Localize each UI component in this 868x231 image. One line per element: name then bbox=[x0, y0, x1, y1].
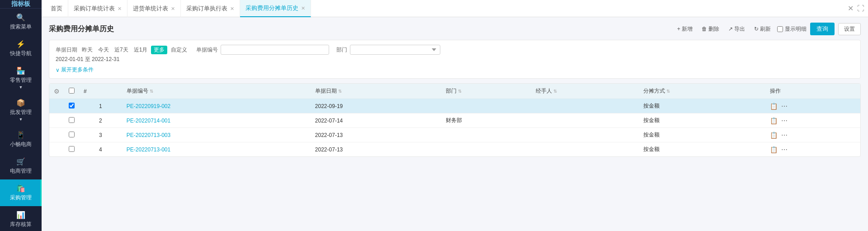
cell-date-2: 2022-07-13 bbox=[311, 128, 441, 142]
sort-dept-icon[interactable]: ⇅ bbox=[458, 89, 462, 94]
table-row: 3 PE-20220713-003 2022-07-13 按金额 📋 ⋯ bbox=[49, 128, 860, 142]
cell-check-0 bbox=[64, 99, 79, 113]
cell-dept-1: 财务部 bbox=[441, 113, 531, 128]
more-icon-1[interactable]: ⋯ bbox=[781, 117, 788, 124]
sidebar-item-wholesale[interactable]: 📦 批发管理 ▼ bbox=[0, 94, 42, 126]
doc-link-3[interactable]: PE-20220713-001 bbox=[127, 146, 170, 153]
sort-split-icon[interactable]: ⇅ bbox=[666, 89, 670, 94]
shortcut-yesterday[interactable]: 昨天 bbox=[80, 46, 94, 54]
cell-gear-0 bbox=[49, 99, 64, 113]
edit-icon-1[interactable]: 📋 bbox=[770, 117, 778, 124]
expand-conditions-button[interactable]: ∨ 展开更多条件 bbox=[56, 66, 854, 74]
tab-purchase-cost[interactable]: 采购费用分摊单历史✕ bbox=[240, 0, 311, 17]
sidebar-logo: 指标板 bbox=[0, 0, 42, 9]
toolbar: + 新增 🗑 删除 ↗ 导出 ↻ 刷新 显示明细 查询 设置 bbox=[675, 23, 861, 35]
doc-link-2[interactable]: PE-20220713-003 bbox=[127, 132, 170, 138]
sidebar-icon-quick: ⚡ bbox=[16, 40, 25, 48]
sort-doc-date-icon[interactable]: ⇅ bbox=[338, 89, 342, 94]
export-button[interactable]: ↗ 导出 bbox=[726, 24, 748, 34]
th-doc-no: 单据编号 ⇅ bbox=[122, 84, 311, 99]
more-icon-2[interactable]: ⋯ bbox=[781, 132, 788, 139]
main-content: 首页采购订单统计表✕进货单统计表✕采购订单执行表✕采购费用分摊单历史✕ ✕ ⛶ … bbox=[42, 0, 868, 231]
doc-number-input[interactable] bbox=[221, 45, 329, 55]
cell-action-3: 📋 ⋯ bbox=[765, 142, 860, 157]
cell-num-2: 3 bbox=[79, 128, 122, 142]
cell-dept-2 bbox=[441, 128, 531, 142]
show-details-checkbox[interactable]: 显示明细 bbox=[777, 25, 807, 33]
sidebar-item-ecommerce[interactable]: 🛒 电商管理 bbox=[0, 153, 42, 179]
edit-icon-0[interactable]: 📋 bbox=[770, 103, 778, 110]
data-table-container: ⚙ # 单据编号 ⇅ bbox=[49, 83, 861, 157]
cell-dept-3 bbox=[441, 142, 531, 157]
sidebar-label-inventory: 库存核算 bbox=[10, 221, 32, 228]
cell-split-3: 按金额 bbox=[639, 142, 766, 157]
row-checkbox-1[interactable] bbox=[69, 117, 75, 123]
sidebar-label-ecommerce: 电商管理 bbox=[10, 167, 32, 175]
tab-goods-stats[interactable]: 进货单统计表✕ bbox=[127, 0, 181, 17]
shortcut-custom[interactable]: 自定义 bbox=[169, 46, 189, 54]
column-settings-icon[interactable]: ⚙ bbox=[54, 88, 60, 95]
settings-button[interactable]: 设置 bbox=[838, 23, 861, 35]
shortcut-more[interactable]: 更多 bbox=[151, 46, 167, 54]
page-header: 采购费用分摊单历史 + 新增 🗑 删除 ↗ 导出 ↻ 刷新 显示明细 bbox=[49, 23, 861, 35]
table-header-row: ⚙ # 单据编号 ⇅ bbox=[49, 84, 860, 99]
cell-date-3: 2022-07-13 bbox=[311, 142, 441, 157]
select-all-checkbox[interactable] bbox=[69, 88, 75, 94]
cell-check-2 bbox=[64, 128, 79, 142]
sidebar-icon-ecommerce: 🛒 bbox=[16, 157, 25, 166]
tab-purchase-exec[interactable]: 采购订单执行表✕ bbox=[181, 0, 240, 17]
tab-purchase-order-stats[interactable]: 采购订单统计表✕ bbox=[68, 0, 127, 17]
query-button[interactable]: 查询 bbox=[810, 23, 835, 35]
tab-label-goods-stats: 进货单统计表 bbox=[133, 5, 168, 13]
row-checkbox-2[interactable] bbox=[69, 132, 75, 137]
sidebar-item-quick[interactable]: ⚡ 快捷导航 bbox=[0, 35, 42, 62]
date-range-display: 2022-01-01 至 2022-12-31 bbox=[56, 56, 854, 63]
tab-close-goods-stats[interactable]: ✕ bbox=[171, 6, 175, 12]
sort-handler-icon[interactable]: ⇅ bbox=[553, 89, 557, 94]
more-icon-0[interactable]: ⋯ bbox=[781, 103, 788, 110]
doc-number-label: 单据编号 bbox=[196, 46, 218, 54]
doc-link-0[interactable]: PE-20220919-002 bbox=[127, 103, 170, 109]
shortcut-today[interactable]: 今天 bbox=[96, 46, 111, 54]
row-checkbox-3[interactable] bbox=[69, 146, 75, 152]
edit-icon-3[interactable]: 📋 bbox=[770, 146, 778, 153]
cell-num-3: 4 bbox=[79, 142, 122, 157]
shortcut-7days[interactable]: 近7天 bbox=[113, 46, 130, 54]
sidebar-item-retail[interactable]: 🏪 零售管理 ▼ bbox=[0, 62, 42, 94]
tab-close-purchase-order-stats[interactable]: ✕ bbox=[118, 6, 122, 12]
refresh-button[interactable]: ↻ 刷新 bbox=[751, 24, 774, 34]
sidebar-item-search[interactable]: 🔍 搜索菜单 bbox=[0, 9, 42, 35]
delete-button[interactable]: 🗑 删除 bbox=[699, 24, 722, 34]
row-checkbox-0[interactable] bbox=[69, 103, 75, 108]
chevron-down-icon: ∨ bbox=[56, 67, 60, 73]
shortcut-1month[interactable]: 近1月 bbox=[132, 46, 150, 54]
dept-select[interactable] bbox=[350, 45, 440, 55]
tab-close-purchase-cost[interactable]: ✕ bbox=[301, 5, 305, 11]
edit-icon-2[interactable]: 📋 bbox=[770, 132, 778, 139]
export-icon: ↗ bbox=[728, 26, 733, 32]
cell-num-1: 2 bbox=[79, 113, 122, 128]
doc-link-1[interactable]: PE-20220714-001 bbox=[127, 118, 170, 124]
dept-label: 部门 bbox=[336, 46, 347, 54]
cell-handler-3 bbox=[531, 142, 639, 157]
cell-docno-1: PE-20220714-001 bbox=[122, 113, 311, 128]
show-details-input[interactable] bbox=[777, 26, 783, 32]
cell-action-1: 📋 ⋯ bbox=[765, 113, 860, 128]
th-dept: 部门 ⇅ bbox=[441, 84, 531, 99]
date-shortcuts: 昨天 今天 近7天 近1月 更多 自定义 bbox=[80, 46, 189, 54]
add-button[interactable]: + 新增 bbox=[675, 24, 695, 34]
tab-home[interactable]: 首页 bbox=[45, 0, 68, 17]
sort-doc-no-icon[interactable]: ⇅ bbox=[150, 89, 153, 94]
more-icon-3[interactable]: ⋯ bbox=[781, 146, 788, 153]
sidebar-item-mobile[interactable]: 📱 小畅电商 bbox=[0, 126, 42, 153]
maximize-window-icon[interactable]: ⛶ bbox=[857, 5, 864, 13]
close-window-icon[interactable]: ✕ bbox=[848, 4, 854, 13]
sidebar-icon-wholesale: 📦 bbox=[16, 99, 25, 107]
sidebar-item-inventory[interactable]: 📊 库存核算 bbox=[0, 206, 42, 231]
sidebar-label-mobile: 小畅电商 bbox=[10, 141, 32, 148]
tab-close-purchase-exec[interactable]: ✕ bbox=[230, 6, 234, 12]
sidebar-item-purchase[interactable]: 🛍️ 采购管理 bbox=[0, 179, 42, 206]
th-split-method: 分摊方式 ⇅ bbox=[639, 84, 766, 99]
sidebar-icon-search: 🔍 bbox=[16, 13, 25, 22]
cell-date-1: 2022-07-14 bbox=[311, 113, 441, 128]
